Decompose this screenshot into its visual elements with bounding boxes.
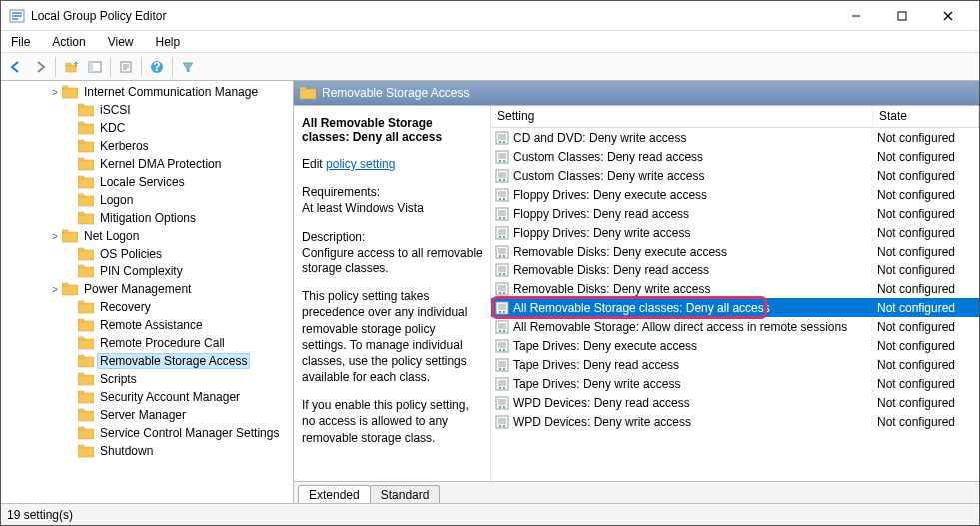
tree-item[interactable]: KDC	[1, 119, 293, 137]
cell-state: Not configured	[873, 169, 979, 183]
show-hide-tree-button[interactable]	[84, 56, 106, 78]
menu-file[interactable]: File	[7, 33, 34, 51]
expand-toggle[interactable]: >	[49, 231, 61, 242]
folder-icon	[78, 139, 94, 153]
list-body[interactable]: CD and DVD: Deny write accessNot configu…	[491, 128, 979, 481]
list-row[interactable]: Removable Disks: Deny write accessNot co…	[491, 279, 979, 298]
svg-rect-42	[78, 303, 94, 313]
folder-icon	[78, 354, 94, 368]
policy-icon	[495, 396, 509, 410]
tree-item[interactable]: Server Manager	[1, 406, 293, 424]
list-row[interactable]: All Removable Storage: Allow direct acce…	[491, 317, 979, 336]
cell-setting: CD and DVD: Deny write access	[491, 131, 873, 145]
toolbar: ?	[1, 53, 979, 81]
help-button[interactable]: ?	[146, 56, 168, 78]
policy-icon	[495, 377, 509, 391]
svg-rect-25	[78, 140, 84, 143]
svg-rect-54	[78, 411, 94, 421]
svg-rect-46	[78, 339, 94, 349]
policy-icon	[495, 320, 509, 334]
svg-rect-1	[12, 12, 22, 14]
tree-item[interactable]: Removable Storage Access	[1, 352, 293, 370]
menu-bar: File Action View Help	[1, 31, 979, 53]
tree-item-label: iSCSI	[97, 103, 134, 117]
tree-item[interactable]: Remote Assistance	[1, 316, 293, 334]
tree-item[interactable]: Mitigation Options	[1, 209, 293, 227]
up-button[interactable]	[60, 56, 82, 78]
svg-rect-35	[62, 230, 68, 233]
svg-rect-122	[496, 321, 508, 333]
expand-toggle[interactable]: >	[49, 284, 61, 295]
svg-point-108	[499, 272, 501, 274]
policy-setting-link[interactable]: policy setting	[326, 157, 395, 171]
list-row[interactable]: Custom Classes: Deny write accessNot con…	[491, 166, 979, 185]
folder-icon	[78, 444, 94, 458]
column-setting[interactable]: Setting	[491, 106, 873, 127]
column-state[interactable]: State	[873, 106, 979, 127]
svg-rect-61	[300, 87, 306, 90]
tree-item[interactable]: >Internet Communication Manage	[1, 83, 293, 101]
tree-item[interactable]: Remote Procedure Call	[1, 334, 293, 352]
svg-point-115	[503, 291, 505, 293]
minimize-button[interactable]	[833, 1, 879, 31]
list-row[interactable]: Removable Disks: Deny execute accessNot …	[491, 242, 979, 261]
tree-item[interactable]: Kernel DMA Protection	[1, 155, 293, 173]
setting-name: Removable Disks: Deny write access	[513, 282, 710, 296]
tree-item[interactable]: OS Policies	[1, 245, 293, 263]
list-row[interactable]: Removable Disks: Deny read accessNot con…	[491, 261, 979, 279]
svg-point-157	[503, 424, 505, 426]
list-row[interactable]: Floppy Drives: Deny write accessNot conf…	[491, 223, 979, 242]
policy-icon	[495, 188, 509, 202]
folder-icon	[78, 193, 94, 207]
list-row[interactable]: All Removable Storage classes: Deny all …	[491, 298, 979, 317]
setting-name: Floppy Drives: Deny read access	[513, 207, 689, 221]
list-header: Setting State	[491, 106, 979, 128]
back-button[interactable]	[5, 56, 27, 78]
svg-point-102	[499, 254, 501, 256]
svg-rect-80	[496, 189, 508, 201]
list-row[interactable]: Tape Drives: Deny write accessNot config…	[491, 374, 979, 393]
tree-item[interactable]: PIN Complexity	[1, 263, 293, 280]
tree-item[interactable]: Recovery	[1, 298, 293, 316]
tree-item[interactable]: Logon	[1, 191, 293, 209]
cell-setting: Tape Drives: Deny read access	[491, 358, 873, 372]
setting-name: Tape Drives: Deny execute access	[513, 339, 697, 353]
tree-item[interactable]: >Power Management	[1, 280, 293, 298]
list-row[interactable]: Floppy Drives: Deny execute accessNot co…	[491, 185, 979, 204]
menu-view[interactable]: View	[104, 33, 138, 51]
maximize-button[interactable]	[879, 1, 925, 31]
console-tree[interactable]: >Internet Communication ManageiSCSIKDCKe…	[1, 81, 294, 503]
tree-item[interactable]: Scripts	[1, 370, 293, 388]
tree-item[interactable]: Locale Services	[1, 173, 293, 191]
tree-item[interactable]: >Net Logon	[1, 227, 293, 245]
cell-state: Not configured	[873, 358, 979, 372]
tree-item[interactable]: Kerberos	[1, 137, 293, 155]
properties-button[interactable]	[115, 56, 137, 78]
tree-item[interactable]: iSCSI	[1, 101, 293, 119]
svg-rect-86	[496, 208, 508, 220]
list-row[interactable]: Tape Drives: Deny execute accessNot conf…	[491, 336, 979, 355]
list-row[interactable]: WPD Devices: Deny read accessNot configu…	[491, 393, 979, 412]
expand-toggle[interactable]: >	[49, 87, 61, 98]
list-row[interactable]: Floppy Drives: Deny read accessNot confi…	[491, 204, 979, 223]
tab-standard[interactable]: Standard	[370, 485, 441, 503]
svg-point-139	[503, 367, 505, 369]
svg-point-120	[499, 310, 501, 312]
list-row[interactable]: Custom Classes: Deny read accessNot conf…	[491, 147, 979, 166]
svg-point-138	[499, 367, 501, 369]
folder-icon	[78, 300, 94, 314]
policy-icon	[495, 207, 509, 221]
tree-item[interactable]: Shutdown	[1, 442, 293, 460]
filter-button[interactable]	[177, 56, 199, 78]
tab-extended[interactable]: Extended	[298, 485, 371, 503]
tree-item[interactable]: Security Account Manager	[1, 388, 293, 406]
list-row[interactable]: WPD Devices: Deny write accessNot config…	[491, 412, 979, 431]
menu-action[interactable]: Action	[48, 33, 89, 51]
list-row[interactable]: Tape Drives: Deny read accessNot configu…	[491, 355, 979, 374]
forward-button[interactable]	[29, 56, 51, 78]
tree-item[interactable]: Service Control Manager Settings	[1, 424, 293, 442]
menu-help[interactable]: Help	[152, 33, 185, 51]
close-button[interactable]	[925, 1, 971, 31]
svg-rect-55	[78, 409, 84, 412]
list-row[interactable]: CD and DVD: Deny write accessNot configu…	[491, 128, 979, 147]
